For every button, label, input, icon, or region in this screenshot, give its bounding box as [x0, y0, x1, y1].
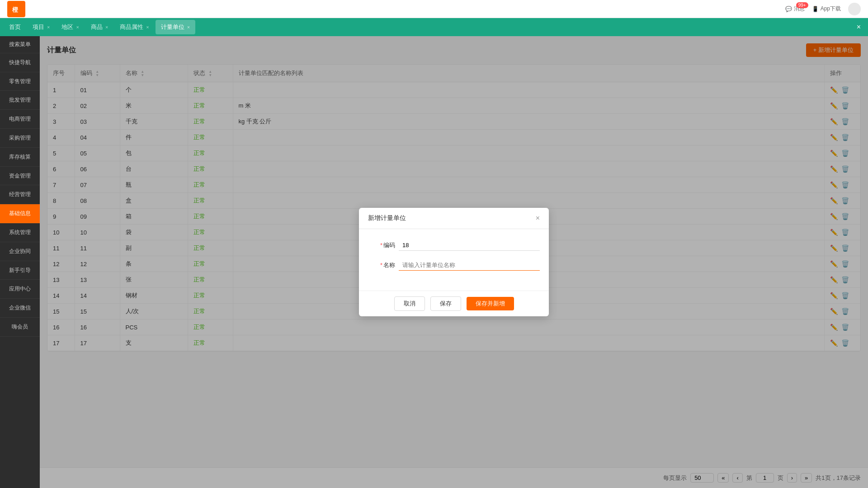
save-button[interactable]: 保存 — [430, 296, 461, 311]
app-download-label: App下载 — [821, 5, 841, 13]
tab-project-close[interactable]: × — [47, 24, 50, 30]
modal-close-button[interactable]: × — [536, 214, 540, 222]
tab-product-attr[interactable]: 商品属性 × — [114, 20, 154, 34]
logo-icon: 橙 — [7, 1, 25, 17]
cancel-button[interactable]: 取消 — [394, 296, 425, 311]
name-input[interactable] — [399, 260, 540, 271]
tab-home-label: 首页 — [9, 23, 21, 31]
sidebar-item-quicknav[interactable]: 快捷导航 — [0, 53, 40, 72]
form-item-code: 编码 — [368, 240, 540, 251]
tab-region-close[interactable]: × — [76, 24, 79, 30]
code-label: 编码 — [368, 241, 395, 249]
add-unit-modal: 新增计量单位 × 编码 名称 取消 保存 保存并新增 — [359, 208, 549, 316]
sidebar-item-finance[interactable]: 资金管理 — [0, 167, 40, 186]
notification-icon: 💬 — [785, 6, 792, 12]
sidebar-item-inventory[interactable]: 库存核算 — [0, 148, 40, 167]
nav-tabs: 首页 项目 × 地区 × 商品 × 商品属性 × 计量单位 × × — [0, 18, 868, 36]
modal-header: 新增计量单位 × — [359, 208, 549, 229]
tab-unit-label: 计量单位 — [161, 23, 184, 31]
svg-text:橙: 橙 — [12, 6, 19, 13]
close-all-tabs[interactable]: × — [853, 21, 864, 33]
tab-region[interactable]: 地区 × — [56, 20, 84, 34]
form-item-name: 名称 — [368, 260, 540, 271]
modal-title: 新增计量单位 — [368, 214, 406, 222]
main-layout: 搜索菜单 快捷导航 零售管理 批发管理 电商管理 采购管理 库存核算 资金管理 … — [0, 36, 868, 488]
sidebar: 搜索菜单 快捷导航 零售管理 批发管理 电商管理 采购管理 库存核算 资金管理 … — [0, 36, 40, 488]
notification-button[interactable]: 💬 消息 99+ — [785, 5, 805, 13]
notification-badge: 99+ — [796, 2, 808, 8]
save-and-new-button[interactable]: 保存并新增 — [467, 297, 514, 310]
sidebar-item-search[interactable]: 搜索菜单 — [0, 36, 40, 53]
modal-body: 编码 名称 — [359, 229, 549, 291]
modal-footer: 取消 保存 保存并新增 — [359, 291, 549, 316]
code-input[interactable] — [399, 240, 540, 251]
modal-overlay: 新增计量单位 × 编码 名称 取消 保存 保存并新增 — [40, 36, 868, 488]
name-label: 名称 — [368, 261, 395, 269]
tab-project-label: 项目 — [33, 23, 44, 31]
sidebar-item-ecommerce[interactable]: 电商管理 — [0, 110, 40, 129]
sidebar-item-enterprise-wechat[interactable]: 企业微信 — [0, 299, 40, 318]
sidebar-item-purchase[interactable]: 采购管理 — [0, 129, 40, 148]
sidebar-item-system[interactable]: 系统管理 — [0, 223, 40, 242]
sidebar-item-wholesale[interactable]: 批发管理 — [0, 91, 40, 110]
main-content: 计量单位 + 新增计量单位 序号 编码 ▲▼ 名称 — [40, 36, 868, 488]
sidebar-item-retail[interactable]: 零售管理 — [0, 72, 40, 91]
tab-product-attr-close[interactable]: × — [146, 24, 149, 30]
tab-region-label: 地区 — [61, 23, 73, 31]
sidebar-item-enterprise-collab[interactable]: 企业协同 — [0, 242, 40, 261]
sidebar-item-membership[interactable]: 嗨会员 — [0, 318, 40, 337]
tab-project[interactable]: 项目 × — [27, 20, 55, 34]
tab-product-attr-label: 商品属性 — [120, 23, 143, 31]
logo-area: 橙 — [7, 1, 47, 17]
phone-icon: 📱 — [812, 6, 819, 12]
top-header: 橙 💬 消息 99+ 📱 App下载 — [0, 0, 868, 18]
app-download-button[interactable]: 📱 App下载 — [812, 5, 841, 13]
sidebar-item-app-center[interactable]: 应用中心 — [0, 280, 40, 299]
tab-product-label: 商品 — [91, 23, 103, 31]
tab-unit-close[interactable]: × — [187, 24, 190, 30]
avatar[interactable] — [848, 3, 861, 15]
sidebar-item-newbie[interactable]: 新手引导 — [0, 261, 40, 280]
top-right: 💬 消息 99+ 📱 App下载 — [785, 3, 861, 15]
tab-home[interactable]: 首页 — [4, 20, 26, 34]
sidebar-item-operations[interactable]: 经营管理 — [0, 185, 40, 204]
tab-product[interactable]: 商品 × — [85, 20, 113, 34]
tab-product-close[interactable]: × — [105, 24, 108, 30]
sidebar-item-basic-info[interactable]: 基础信息 — [0, 204, 40, 223]
tab-unit[interactable]: 计量单位 × — [156, 20, 195, 34]
